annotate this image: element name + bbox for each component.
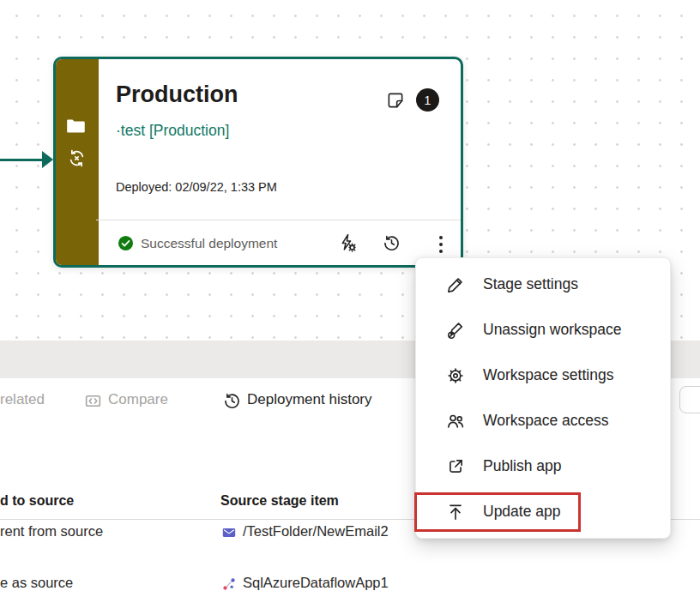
- deployment-status-text: Successful deployment: [141, 236, 277, 251]
- table-row-item-name[interactable]: SqlAzureDataflowApp1: [243, 575, 389, 591]
- dataflow-item-icon: [221, 576, 237, 591]
- deployment-rules-icon[interactable]: [337, 232, 357, 252]
- pipeline-arrow: [0, 159, 44, 161]
- tab-compare[interactable]: Compare: [108, 391, 168, 408]
- card-divider: [96, 220, 461, 220]
- note-icon[interactable]: [385, 90, 406, 111]
- tab-deployment-history[interactable]: Deployment history: [247, 391, 372, 408]
- success-check-icon: [118, 235, 134, 255]
- menu-item-label: Update app: [483, 503, 561, 521]
- menu-item-label: Workspace settings: [483, 366, 613, 384]
- gear-icon: [445, 365, 466, 386]
- menu-item-stage-settings[interactable]: Stage settings: [416, 262, 670, 307]
- menu-item-label: Workspace access: [483, 412, 609, 430]
- update-arrow-icon: [445, 502, 466, 522]
- menu-item-workspace-access[interactable]: Workspace access: [416, 398, 670, 443]
- deployed-timestamp: Deployed: 02/09/22, 1:33 PM: [116, 180, 277, 194]
- menu-item-label: Publish app: [483, 457, 561, 475]
- menu-item-label: Stage settings: [483, 275, 578, 293]
- workspace-link[interactable]: ·test [Production]: [116, 122, 229, 140]
- stage-card-production: Production 1 ·test [Production] Deployed…: [53, 57, 463, 268]
- partial-button[interactable]: [679, 386, 700, 413]
- deployed-label: Deployed:: [116, 180, 172, 194]
- table-header-source-item: Source stage item: [220, 493, 339, 509]
- deployed-value: 02/09/22, 1:33 PM: [175, 180, 277, 194]
- menu-item-update-app[interactable]: Update app: [416, 489, 670, 534]
- deployment-history-icon[interactable]: [383, 234, 401, 252]
- sync-icon: [67, 148, 87, 172]
- publish-icon: [445, 456, 466, 477]
- table-row-compare-status: rent from source: [0, 523, 103, 540]
- menu-item-workspace-settings[interactable]: Workspace settings: [416, 353, 670, 398]
- menu-item-label: Unassign workspace: [483, 321, 621, 339]
- email-item-icon: [221, 525, 237, 544]
- deployment-history-icon: [223, 392, 241, 410]
- table-header-compare: d to source: [0, 493, 74, 509]
- pipeline-arrow-head: [42, 151, 53, 168]
- folder-icon: [65, 116, 88, 140]
- table-row-compare-status: e as source: [0, 575, 73, 591]
- stage-card-strip: [56, 59, 99, 265]
- menu-item-publish-app[interactable]: Publish app: [416, 443, 670, 489]
- tab-unrelated-fragment[interactable]: related: [0, 391, 45, 408]
- stage-title: Production: [116, 81, 238, 108]
- table-row-item-name[interactable]: /TestFolder/NewEmail2: [243, 523, 389, 540]
- notes-count-badge[interactable]: 1: [416, 88, 439, 112]
- pipeline-canvas: related Compare Deployment history d to …: [0, 0, 700, 591]
- stage-context-menu: Stage settings Unassign workspace Worksp…: [415, 257, 671, 539]
- unassign-workspace-icon: [445, 320, 466, 341]
- compare-icon: [84, 392, 102, 410]
- people-icon: [445, 411, 466, 431]
- pencil-icon: [445, 274, 466, 295]
- menu-item-unassign-workspace[interactable]: Unassign workspace: [416, 307, 670, 353]
